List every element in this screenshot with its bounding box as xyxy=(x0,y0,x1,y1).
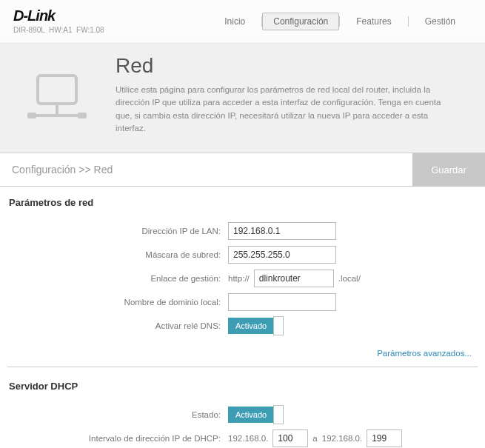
lan-ip-label: Dirección IP de LAN: xyxy=(13,227,228,235)
section-dhcp: Servidor DHCP xyxy=(0,370,485,398)
brand-logo: D-Link xyxy=(13,7,104,24)
dhcp-range-sep: a xyxy=(312,434,317,443)
lan-ip-input[interactable] xyxy=(228,222,336,240)
dhcp-range-end-input[interactable] xyxy=(367,429,402,447)
toggle-handle xyxy=(273,405,284,424)
save-button[interactable]: Guardar xyxy=(412,153,485,186)
svg-rect-4 xyxy=(78,113,87,118)
nav-manage[interactable]: Gestión xyxy=(409,12,472,31)
mgmt-url-suffix: .local/ xyxy=(338,274,361,283)
brand-model-line: DIR-890L HW:A1 FW:1.08 xyxy=(13,26,104,34)
breadcrumb: Configuración >> Red xyxy=(0,153,124,186)
dhcp-status-state: Activado xyxy=(228,407,274,423)
local-domain-input[interactable] xyxy=(228,293,336,311)
section-divider xyxy=(7,367,478,367)
subnet-mask-label: Máscara de subred: xyxy=(13,250,228,259)
section-network: Parámetros de red xyxy=(0,187,485,214)
page-title: Red xyxy=(116,54,449,78)
mgmt-host-input[interactable] xyxy=(254,270,334,287)
toggle-handle xyxy=(273,316,284,335)
dhcp-status-label: Estado: xyxy=(13,410,228,419)
mgmt-url-prefix: http:// xyxy=(228,274,250,283)
advanced-link[interactable]: Parámetros avanzados... xyxy=(0,346,485,364)
dhcp-status-toggle[interactable]: Activado xyxy=(228,406,284,424)
mgmt-link-label: Enlace de gestión: xyxy=(13,274,228,283)
dhcp-range-prefix-a: 192.168.0. xyxy=(228,434,268,443)
local-domain-label: Nombre de dominio local: xyxy=(13,298,228,307)
dhcp-range-prefix-b: 192.168.0. xyxy=(322,434,362,443)
page-description: Utilice esta página para configurar los … xyxy=(116,84,449,135)
svg-rect-3 xyxy=(27,113,36,118)
svg-rect-0 xyxy=(38,76,76,104)
dns-relay-label: Activar relé DNS: xyxy=(13,321,228,330)
main-nav: Inicio Configuración Features Gestión xyxy=(208,7,472,31)
nav-config[interactable]: Configuración xyxy=(262,13,339,30)
nav-home[interactable]: Inicio xyxy=(208,12,261,31)
subnet-mask-input[interactable] xyxy=(228,246,336,264)
dns-relay-state: Activado xyxy=(228,318,274,334)
nav-features[interactable]: Features xyxy=(340,12,407,31)
network-icon xyxy=(21,54,95,135)
dhcp-range-start-input[interactable] xyxy=(272,429,308,447)
dhcp-range-label: Intervalo de dirección IP de DHCP: xyxy=(13,434,228,443)
dns-relay-toggle[interactable]: Activado xyxy=(228,317,284,335)
